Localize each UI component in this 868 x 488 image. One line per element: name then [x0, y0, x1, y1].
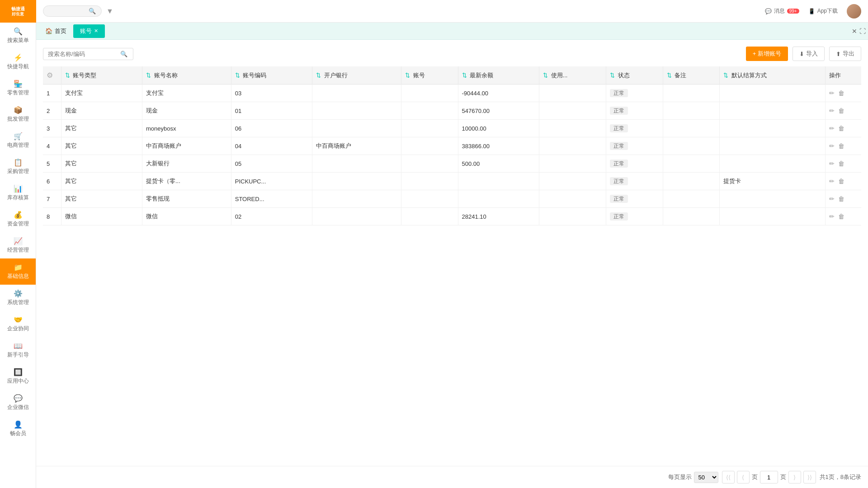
sidebar-item-wholesale-manage[interactable]: 📦 批发管理 — [0, 101, 36, 127]
page-size-selector: 每页显示 50 100 200 — [668, 472, 718, 483]
cell-name-4: 大新银行 — [142, 155, 231, 173]
sidebar-item-member[interactable]: 👤 畅会员 — [0, 416, 36, 442]
col-remark[interactable]: ⇅ 备注 — [663, 66, 720, 84]
app-download-button[interactable]: 📱 App下载 — [808, 7, 838, 15]
cell-usage-7 — [539, 208, 606, 225]
status-badge: 正常 — [610, 177, 628, 185]
table-row: 1 支付宝 支付宝 03 -90444.00 正常 ✏ 🗑 — [43, 84, 861, 102]
sidebar-item-ecom-manage[interactable]: 🛒 电商管理 — [0, 127, 36, 154]
sidebar-item-operation-manage[interactable]: 📈 经营管理 — [0, 232, 36, 258]
edit-icon-4[interactable]: ✏ — [829, 160, 835, 167]
tab-close-icon[interactable]: ✕ — [94, 28, 98, 34]
cell-balance-7: 28241.10 — [458, 208, 539, 225]
cell-name-1: 现金 — [142, 102, 231, 120]
total-records: 共1页，8条记录 — [820, 473, 861, 481]
account-search-input[interactable] — [48, 51, 120, 57]
topbar-search-input[interactable] — [48, 8, 89, 14]
delete-icon-4[interactable]: 🗑 — [838, 160, 844, 167]
edit-icon-1[interactable]: ✏ — [829, 107, 835, 114]
add-account-button[interactable]: + 新增账号 — [746, 47, 788, 61]
cell-bank-2 — [312, 120, 401, 137]
account-search-box[interactable]: 🔍 — [43, 48, 133, 60]
col-balance[interactable]: ⇅ 最新余额 — [458, 66, 539, 84]
message-button[interactable]: 💬 消息 99+ — [765, 7, 799, 15]
col-bank[interactable]: ⇅ 开户银行 — [312, 66, 401, 84]
delete-icon-2[interactable]: 🗑 — [838, 125, 844, 132]
edit-icon-5[interactable]: ✏ — [829, 178, 835, 185]
next-page-button[interactable]: ⟩ — [788, 471, 801, 483]
sidebar-item-enterprise-wechat[interactable]: 💬 企业微信 — [0, 389, 36, 416]
tab-account[interactable]: 账号 ✕ — [73, 24, 105, 38]
toolbar-right: + 新增账号 ⬇ 导入 ⬆ 导出 — [746, 47, 861, 61]
table-row: 4 其它 中百商场账户 04 中百商场账户 383866.00 正常 ✏ 🗑 — [43, 137, 861, 155]
edit-icon-7[interactable]: ✏ — [829, 213, 835, 220]
cell-no-6: 7 — [43, 190, 61, 208]
cell-no-0: 1 — [43, 84, 61, 102]
import-button[interactable]: ⬇ 导入 — [793, 47, 825, 61]
cell-default-settlement-4 — [720, 155, 825, 173]
col-settings[interactable]: ⚙ — [43, 66, 61, 84]
delete-icon-1[interactable]: 🗑 — [838, 107, 844, 114]
col-account[interactable]: ⇅ 账号 — [401, 66, 458, 84]
sidebar-item-search[interactable]: 🔍 搜索菜单 — [0, 23, 36, 49]
col-name[interactable]: ⇅ 账号名称 — [142, 66, 231, 84]
cell-type-6: 其它 — [61, 190, 142, 208]
cell-remark-7 — [663, 208, 720, 225]
cell-account-6 — [401, 190, 458, 208]
table-row: 3 其它 moneybosx 06 10000.00 正常 ✏ 🗑 — [43, 120, 861, 137]
page-size-select[interactable]: 50 100 200 — [694, 472, 718, 483]
col-status[interactable]: ⇅ 状态 — [606, 66, 663, 84]
page-input[interactable] — [760, 471, 778, 483]
last-page-button[interactable]: ⟩⟩ — [803, 471, 816, 483]
col-usage[interactable]: ⇅ 使用... — [539, 66, 606, 84]
content-area: 🔍 + 新增账号 ⬇ 导入 ⬆ 导出 ⚙ — [36, 40, 868, 466]
delete-icon-0[interactable]: 🗑 — [838, 89, 844, 97]
cell-account-1 — [401, 102, 458, 120]
cell-bank-0 — [312, 84, 401, 102]
table-row: 2 现金 现金 01 547670.00 正常 ✏ 🗑 — [43, 102, 861, 120]
col-type[interactable]: ⇅ 账号类型 — [61, 66, 142, 84]
sidebar-item-app-center[interactable]: 🔲 应用中心 — [0, 363, 36, 389]
delete-icon-6[interactable]: 🗑 — [838, 195, 844, 202]
sidebar-item-system-manage[interactable]: ⚙️ 系统管理 — [0, 285, 36, 311]
sidebar-item-inventory[interactable]: 📊 库存核算 — [0, 180, 36, 206]
cell-type-5: 其它 — [61, 173, 142, 190]
cell-no-2: 3 — [43, 120, 61, 137]
col-default-settlement[interactable]: ⇅ 默认结算方式 — [720, 66, 825, 84]
export-button[interactable]: ⬆ 导出 — [829, 47, 861, 61]
delete-icon-5[interactable]: 🗑 — [838, 178, 844, 185]
prev-page-button[interactable]: ⟨ — [737, 471, 750, 483]
sidebar-item-enterprise-agreement[interactable]: 🤝 企业协同 — [0, 311, 36, 337]
maximize-icon[interactable]: ⛶ — [859, 28, 866, 35]
close-window-icon[interactable]: ✕ — [852, 28, 857, 35]
delete-icon-7[interactable]: 🗑 — [838, 213, 844, 220]
col-code[interactable]: ⇅ 账号编码 — [231, 66, 312, 84]
cell-remark-3 — [663, 137, 720, 155]
sidebar-item-fund-manage[interactable]: 💰 资金管理 — [0, 206, 36, 232]
wechat-icon: 💬 — [2, 394, 33, 403]
delete-icon-3[interactable]: 🗑 — [838, 142, 844, 150]
first-page-button[interactable]: ⟨⟨ — [722, 471, 735, 483]
sidebar-item-newbie-guide[interactable]: 📖 新手引导 — [0, 337, 36, 363]
user-avatar[interactable] — [847, 4, 861, 19]
sidebar-item-quick[interactable]: ⚡ 快捷导航 — [0, 49, 36, 75]
cell-code-0: 03 — [231, 84, 312, 102]
settings-icon[interactable]: ⚙ — [47, 71, 53, 79]
cell-type-4: 其它 — [61, 155, 142, 173]
edit-icon-6[interactable]: ✏ — [829, 195, 835, 202]
sidebar-item-basic-info[interactable]: 📁 基础信息 — [0, 258, 36, 285]
cell-type-1: 现金 — [61, 102, 142, 120]
edit-icon-3[interactable]: ✏ — [829, 142, 835, 150]
cell-code-3: 04 — [231, 137, 312, 155]
topbar-search-box[interactable]: 🔍 — [43, 5, 102, 17]
cell-action-4: ✏ 🗑 — [825, 155, 861, 173]
edit-icon-0[interactable]: ✏ — [829, 89, 835, 97]
topbar-dropdown-icon[interactable]: ▼ — [106, 7, 113, 15]
cell-default-settlement-3 — [720, 137, 825, 155]
cell-code-5: PICKUPC... — [231, 173, 312, 190]
tab-home[interactable]: 🏠 首页 — [38, 24, 73, 38]
sidebar-item-purchase-manage[interactable]: 📋 采购管理 — [0, 154, 36, 180]
edit-icon-2[interactable]: ✏ — [829, 125, 835, 132]
sidebar-item-retail-manage[interactable]: 🏪 零售管理 — [0, 75, 36, 101]
cell-name-3: 中百商场账户 — [142, 137, 231, 155]
